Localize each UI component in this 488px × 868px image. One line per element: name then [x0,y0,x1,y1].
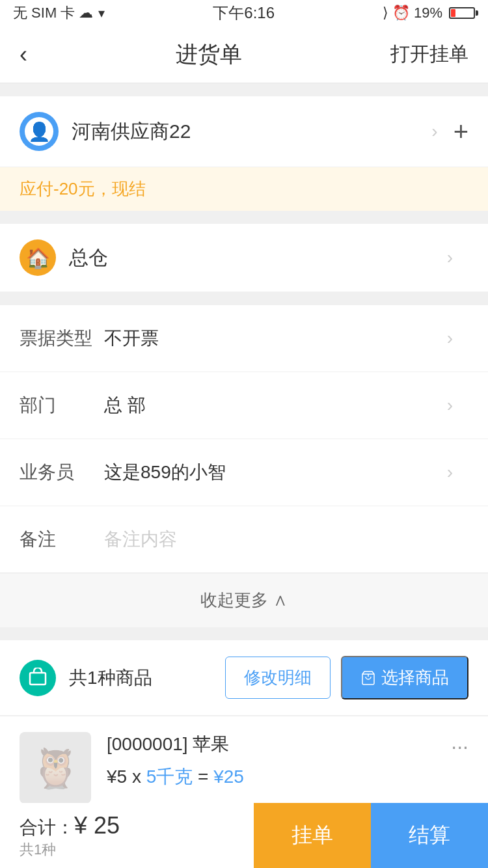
form-row-dept[interactable]: 部门 总 部 › [0,372,488,439]
bottom-total: 合计：¥ 25 [20,812,234,840]
supplier-name: 河南供应商22 [72,118,431,145]
hang-button[interactable]: 挂单 [254,803,371,868]
bottom-count: 共1种 [20,840,234,860]
product-price: ¥5 x 5千克 = ¥25 [107,765,451,789]
status-time: 下午6:16 [213,3,275,23]
add-button[interactable]: + [454,117,468,146]
dept-label: 部门 [20,393,104,418]
select-product-button[interactable]: 选择商品 [341,656,468,699]
warehouse-icon: 🏠 [20,239,56,276]
status-bar: 无 SIM 卡 ☁ ▾ 下午6:16 ⟩ ⏰ 19% [0,0,488,26]
select-product-label: 选择商品 [381,666,449,689]
ticket-label: 票据类型 [20,326,104,351]
warehouse-row[interactable]: 🏠 总仓 › [0,224,488,292]
product-placeholder-icon: 🦉 [31,745,80,791]
cart-icon [360,670,376,686]
back-button[interactable]: ‹ [20,41,27,68]
warehouse-icon-symbol: 🏠 [26,247,50,269]
supplier-section: 👤 河南供应商22 › + 应付-20元，现结 [0,96,488,211]
battery-percent: 19% [414,5,442,21]
wifi-icon: ▾ [98,5,105,21]
supplier-chevron-icon: › [431,121,437,142]
nav-bar: ‹ 进货单 打开挂单 [0,26,488,83]
product-more-button[interactable]: ··· [451,732,468,759]
divider-4 [0,627,488,640]
status-right: ⟩ ⏰ 19% [383,5,475,21]
product-thumbnail: 🦉 [20,732,91,804]
supplier-info-banner: 应付-20元，现结 [0,167,488,211]
edit-detail-button[interactable]: 修改明细 [225,657,331,699]
supplier-avatar: 👤 [20,112,59,151]
svg-rect-0 [30,673,46,685]
remark-label: 备注 [20,527,104,552]
divider-3 [0,292,488,305]
product-total: ¥25 [213,766,244,787]
no-sim-label: 无 SIM 卡 ☁ [13,3,93,23]
product-info: [0000001] 苹果 ¥5 x 5千克 = ¥25 [107,732,451,789]
product-quantity: 5千克 [146,766,193,787]
page-title: 进货单 [176,40,242,70]
dept-chevron-icon: › [447,395,453,416]
warehouse-section: 🏠 总仓 › [0,224,488,292]
warehouse-chevron-icon: › [447,247,453,268]
salesperson-chevron-icon: › [447,462,453,483]
status-left: 无 SIM 卡 ☁ ▾ [13,3,105,23]
total-label: 合计： [20,817,74,837]
form-section: 票据类型 不开票 › 部门 总 部 › 业务员 这是859的小智 › 备注 备注… [0,305,488,573]
products-header: 共1种商品 修改明细 选择商品 [0,640,488,715]
product-name: [0000001] 苹果 [107,732,451,757]
avatar-icon: 👤 [25,117,53,146]
divider-1 [0,83,488,96]
salesperson-value: 这是859的小智 [104,460,447,485]
battery-icon [449,7,475,19]
open-hang-button[interactable]: 打开挂单 [390,41,468,68]
products-count: 共1种商品 [69,666,225,690]
salesperson-label: 业务员 [20,460,104,485]
form-row-remark[interactable]: 备注 备注内容 [0,506,488,573]
bottom-bar: 合计：¥ 25 共1种 挂单 结算 [0,803,488,868]
ticket-chevron-icon: › [447,328,453,349]
divider-2 [0,211,488,224]
form-row-salesperson[interactable]: 业务员 这是859的小智 › [0,439,488,506]
bottom-summary: 合计：¥ 25 共1种 [0,803,254,868]
checkout-button[interactable]: 结算 [371,803,488,868]
form-row-ticket[interactable]: 票据类型 不开票 › [0,305,488,372]
products-icon [20,660,56,696]
collapse-bar[interactable]: 收起更多 ∧ [0,573,488,627]
total-amount: ¥ 25 [74,812,120,839]
dept-value: 总 部 [104,393,447,418]
remark-input[interactable]: 备注内容 [104,527,468,552]
warehouse-name: 总仓 [69,245,447,271]
supplier-row[interactable]: 👤 河南供应商22 › + [0,96,488,167]
location-icon: ⟩ [383,5,388,21]
alarm-icon: ⏰ [392,5,410,21]
ticket-value: 不开票 [104,326,447,351]
